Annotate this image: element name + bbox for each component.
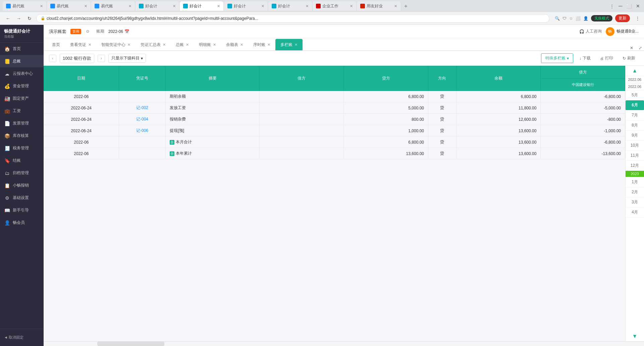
next-account-button[interactable]: › xyxy=(98,55,105,62)
tab-view-voucher[interactable]: 查看凭证 ✕ xyxy=(65,39,96,50)
tab-balance[interactable]: 余额表 ✕ xyxy=(221,39,248,50)
tab-multi-column-close[interactable]: ✕ xyxy=(294,43,298,47)
settings-gear-icon[interactable] xyxy=(86,29,90,34)
scroll-thumb[interactable] xyxy=(97,342,164,346)
sidebar-item-invoice[interactable]: 📄 发票管理 xyxy=(0,117,44,130)
sidebar-item-expense[interactable]: 📋 小畅报销 xyxy=(0,179,44,192)
sidebar-item-ledger[interactable]: 📒 总账 xyxy=(0,55,44,67)
back-button[interactable]: ← xyxy=(4,14,12,22)
sidebar-item-payroll[interactable]: 💼 工资 xyxy=(0,105,44,117)
timeline-month-7[interactable]: 7月 xyxy=(626,110,644,120)
browser-tab-1[interactable]: 易代账 ✕ xyxy=(3,1,46,11)
download-button[interactable]: 下载 xyxy=(576,54,594,63)
tab-view-voucher-close[interactable]: ✕ xyxy=(88,43,91,47)
cell-voucher[interactable]: 记-006 xyxy=(119,125,166,137)
unpin-button[interactable]: ◄ 取消固定 xyxy=(0,332,44,343)
browser-tab-4[interactable]: 好会计 ✕ xyxy=(136,1,179,11)
tab-close-1[interactable]: ✕ xyxy=(40,4,43,8)
sidebar-item-home[interactable]: 🏠 首页 xyxy=(0,43,44,55)
timeline-2023-month-3[interactable]: 3月 xyxy=(626,197,644,207)
filter-dropdown[interactable]: 只显示下级科目 ▾ xyxy=(108,54,146,63)
sidebar-item-archive[interactable]: 🗂 归档管理 xyxy=(0,167,44,179)
new-tab-button[interactable]: ＋ xyxy=(401,1,411,11)
minimize-button[interactable]: ─ xyxy=(617,3,624,9)
sidebar-item-vip[interactable]: 👤 畅会员 xyxy=(0,216,44,229)
tab-list-button[interactable]: ⋮ xyxy=(608,3,615,9)
tab-smart-voucher-close[interactable]: ✕ xyxy=(127,43,130,47)
help-button[interactable]: 🎧 人工咨询 xyxy=(579,29,602,34)
timeline-2023-month-1[interactable]: 1月 xyxy=(626,177,644,187)
tab-detail-ledger-close[interactable]: ✕ xyxy=(213,43,216,47)
browser-tab-5[interactable]: 好会计 ✕ xyxy=(180,1,223,11)
sidebar-item-assets[interactable]: 🏭 固定资产 xyxy=(0,92,44,105)
timeline-month-9[interactable]: 9月 xyxy=(626,131,644,141)
star-icon[interactable]: ☆ xyxy=(569,16,573,21)
tab-close-6[interactable]: ✕ xyxy=(261,4,264,8)
browser-tab-2[interactable]: 易代账 ✕ xyxy=(47,1,91,11)
browser-tab-7[interactable]: 好会计 ✕ xyxy=(268,1,312,11)
browser-tab-8[interactable]: 企业工作 ✕ xyxy=(313,1,356,11)
tab-general-ledger[interactable]: 总账 ✕ xyxy=(171,39,194,50)
timeline-2023-month-4[interactable]: 4月 xyxy=(626,207,644,217)
url-bar[interactable]: 🔒 cloud2.chanjet.com/accounting/uh26t264… xyxy=(36,14,549,23)
tab-home[interactable]: 首页 xyxy=(47,39,65,50)
stealth-mode-button[interactable]: 无痕模式 xyxy=(591,15,612,21)
account-selector[interactable]: 1002 银行存款 xyxy=(60,54,94,63)
tab-general-ledger-close[interactable]: ✕ xyxy=(186,43,189,47)
tab-balance-close[interactable]: ✕ xyxy=(240,43,243,47)
calendar-icon[interactable]: 📅 xyxy=(124,29,129,34)
menu-button[interactable]: ⋮ xyxy=(635,16,640,21)
expand-icon-btn[interactable]: ⤢ xyxy=(637,46,644,50)
timeline-month-11[interactable]: 11月 xyxy=(626,151,644,161)
special-multi-column-button[interactable]: 特殊多栏账 ▾ xyxy=(541,53,573,63)
sidebar-item-tax[interactable]: 🧾 税务管理 xyxy=(0,142,44,154)
print-button[interactable]: 打印 xyxy=(597,54,616,63)
timeline-month-10[interactable]: 10月 xyxy=(626,141,644,151)
profile-icon[interactable]: 👤 xyxy=(583,16,588,21)
restore-button[interactable]: ⬜ xyxy=(626,3,633,9)
timeline-collapse-down[interactable]: ▼ xyxy=(632,331,638,341)
screenshot-icon[interactable]: ⬜ xyxy=(576,16,581,21)
forward-button[interactable]: → xyxy=(15,14,23,22)
tab-voucher-summary[interactable]: 凭证汇总表 ✕ xyxy=(136,39,171,50)
refresh-button[interactable]: 刷新 xyxy=(619,54,639,63)
tab-multi-column[interactable]: 多栏账 ✕ xyxy=(275,39,303,50)
sidebar-item-guide[interactable]: 📖 新手引导 xyxy=(0,204,44,216)
bottom-scrollbar[interactable] xyxy=(44,341,644,346)
browser-tab-3[interactable]: 易代账 ✕ xyxy=(91,1,135,11)
timeline-month-8[interactable]: 8月 xyxy=(626,120,644,131)
cell-voucher[interactable]: 记-002 xyxy=(119,102,166,114)
timeline-month-12[interactable]: 12月 xyxy=(626,161,644,171)
tab-voucher-summary-close[interactable]: ✕ xyxy=(163,43,166,47)
browser-tab-6[interactable]: 好会计 ✕ xyxy=(224,1,268,11)
tab-smart-voucher[interactable]: 智能凭证中心 ✕ xyxy=(96,39,136,50)
prev-account-button[interactable]: ‹ xyxy=(49,55,56,62)
search-icon[interactable]: 🔍 xyxy=(555,16,560,21)
tab-close-5[interactable]: ✕ xyxy=(217,4,220,8)
timeline-month-5[interactable]: 5月 xyxy=(626,90,644,100)
browser-tab-9[interactable]: 用友好业 ✕ xyxy=(357,1,400,11)
tab-chronological[interactable]: 序时账 ✕ xyxy=(248,39,275,50)
timeline-month-6[interactable]: 6月 xyxy=(626,100,644,110)
tab-close-7[interactable]: ✕ xyxy=(306,4,309,8)
update-button[interactable]: 更新 xyxy=(615,14,630,22)
timeline-collapse-up[interactable]: ▲ xyxy=(632,68,638,74)
reload-button[interactable]: ↻ xyxy=(25,14,34,22)
tab-close-2[interactable]: ✕ xyxy=(84,4,87,8)
sidebar-item-close[interactable]: 🔖 结账 xyxy=(0,154,44,167)
sidebar-item-reports[interactable]: ☁ 云报表中心 xyxy=(0,67,44,80)
sidebar-item-settings[interactable]: ⚙ 基础设置 xyxy=(0,192,44,204)
tab-close-4[interactable]: ✕ xyxy=(173,4,176,8)
shield-icon[interactable]: 🛡 xyxy=(562,16,567,21)
tab-close-3[interactable]: ✕ xyxy=(128,4,131,8)
tab-close-8[interactable]: ✕ xyxy=(350,4,353,8)
sidebar-item-inventory[interactable]: 📦 库存核算 xyxy=(0,130,44,142)
collapse-button[interactable]: ✕ xyxy=(627,46,637,50)
tab-chronological-close[interactable]: ✕ xyxy=(267,43,270,47)
cell-voucher[interactable]: 记-004 xyxy=(119,114,166,125)
timeline-2023-month-2[interactable]: 2月 xyxy=(626,187,644,197)
tab-detail-ledger[interactable]: 明细账 ✕ xyxy=(194,39,221,50)
sidebar-item-funds[interactable]: 💰 资金管理 xyxy=(0,80,44,92)
tab-close-9[interactable]: ✕ xyxy=(394,4,397,8)
close-button[interactable]: ✕ xyxy=(635,3,641,9)
